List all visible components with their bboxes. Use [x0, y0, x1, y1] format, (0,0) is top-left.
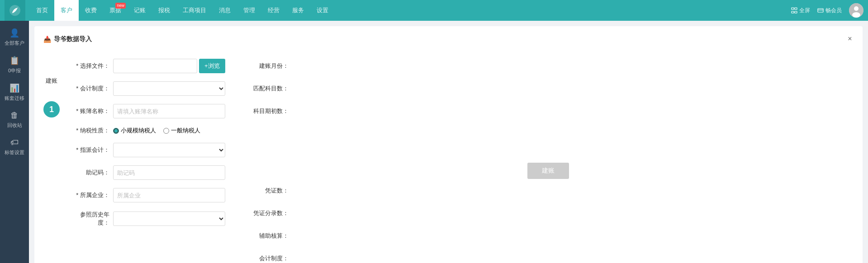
nav-operation[interactable]: 经营	[261, 0, 286, 21]
nav-items: 首页 客户 收费 票据 new 记账 报税 工商项目 消息 管理 经营 服务 设…	[30, 0, 791, 21]
accounting-system-label: * 会计制度：	[69, 85, 109, 93]
auxiliary-row: 辅助核算：	[243, 229, 854, 243]
auxiliary-label: 辅助核算：	[243, 232, 289, 240]
fullscreen-btn[interactable]: 全屏	[791, 7, 810, 14]
history-year-select[interactable]	[113, 211, 225, 226]
sidebar-item-account-migration[interactable]: 📊 账套迁移	[1, 80, 28, 105]
accountant-label: * 指派会计：	[69, 146, 109, 154]
step-section: 建账 1 * 选择文件： +浏览	[43, 59, 225, 263]
svg-rect-3	[792, 11, 794, 13]
nav-right: 全屏 畅会员	[791, 3, 863, 18]
account-migration-icon: 📊	[9, 83, 19, 93]
build-account-button[interactable]: 建账	[527, 163, 569, 179]
accounting-system-select[interactable]	[113, 81, 225, 96]
tag-settings-icon: 🏷	[10, 138, 19, 147]
sidebar-item-recycle-bin[interactable]: 🗑 回收站	[1, 107, 28, 132]
file-input-group: +浏览	[113, 59, 225, 73]
build-month-label: 建账月份：	[243, 62, 289, 70]
voucher-count-label: 凭证数：	[243, 187, 289, 195]
avatar[interactable]	[849, 3, 863, 18]
select-file-row: * 选择文件： +浏览	[69, 59, 225, 73]
voucher-entries-row: 凭证分录数：	[243, 206, 854, 221]
memo-input[interactable]	[113, 165, 225, 180]
nav-bill[interactable]: 票据 new	[103, 0, 128, 21]
svg-rect-4	[795, 11, 797, 13]
recycle-bin-icon: 🗑	[10, 111, 19, 120]
browse-button[interactable]: +浏览	[199, 59, 225, 73]
tax-type-radio-group: 小规模纳税人 一般纳税人	[113, 127, 225, 135]
layout: 👤 全部客户 📋 0申报 📊 账套迁移 🗑 回收站 🏷 标签设置 📥 导爷数据导…	[0, 21, 868, 263]
voucher-count-row: 凭证数：	[243, 183, 854, 198]
tax-small-scale[interactable]: 小规模纳税人	[113, 127, 156, 135]
history-year-row: 参照历史年度：	[69, 211, 225, 227]
nav-manage[interactable]: 管理	[237, 0, 261, 21]
right-panel: 建账月份： 匹配科目数： 科目期初数： 建账 凭证	[243, 59, 854, 263]
step-label: 建账	[46, 77, 57, 85]
company-row: * 所属企业：	[69, 188, 225, 202]
sidebar-item-tag-settings[interactable]: 🏷 标签设置	[1, 134, 28, 160]
voucher-entries-label: 凭证分录数：	[243, 209, 289, 217]
tax-type-label: * 纳税性质：	[69, 127, 109, 135]
build-month-row: 建账月份：	[243, 59, 854, 73]
company-label: * 所属企业：	[69, 191, 109, 199]
memo-label: 助记码：	[69, 169, 109, 177]
form-area: 建账 1 * 选择文件： +浏览	[43, 54, 854, 263]
svg-point-9	[852, 12, 860, 18]
nav-customer[interactable]: 客户	[54, 0, 79, 21]
nav-settings[interactable]: 设置	[310, 0, 335, 21]
ledger-name-input[interactable]	[113, 104, 225, 118]
card-title: 📥 导爷数据导入	[43, 35, 854, 43]
company-input[interactable]	[113, 188, 225, 202]
import-card: 📥 导爷数据导入 × 建账 1 * 选择文件：	[34, 26, 863, 263]
logo[interactable]	[5, 0, 25, 21]
nav-bookkeeping[interactable]: 记账	[128, 0, 152, 21]
nav-business[interactable]: 工商项目	[176, 0, 213, 21]
tax-small-scale-radio[interactable]	[113, 128, 119, 134]
sidebar-item-all-customers[interactable]: 👤 全部客户	[1, 24, 28, 50]
member-btn[interactable]: 畅会员	[817, 7, 842, 14]
accountant-row: * 指派会计：	[69, 143, 225, 157]
form-fields: * 选择文件： +浏览 * 会计制度：	[69, 59, 225, 235]
nav-message[interactable]: 消息	[213, 0, 237, 21]
accountant-select[interactable]	[113, 143, 225, 157]
nav-service[interactable]: 服务	[286, 0, 310, 21]
ledger-name-row: * 账簿名称：	[69, 104, 225, 118]
step-circle: 1	[43, 101, 60, 117]
sidebar-item-zero-declare[interactable]: 📋 0申报	[1, 52, 28, 78]
main-content: 📥 导爷数据导入 × 建账 1 * 选择文件：	[29, 21, 868, 263]
match-subjects-label: 匹配科目数：	[243, 85, 289, 93]
zero-declare-icon: 📋	[9, 56, 19, 66]
ledger-name-label: * 账簿名称：	[69, 107, 109, 115]
select-file-label: * 选择文件：	[69, 62, 109, 70]
top-nav: 首页 客户 收费 票据 new 记账 报税 工商项目 消息 管理 经营 服务 设…	[0, 0, 868, 21]
nav-tax[interactable]: 报税	[152, 0, 176, 21]
svg-rect-2	[795, 8, 797, 9]
svg-rect-5	[818, 9, 823, 12]
svg-rect-1	[792, 8, 794, 9]
accounting-system-row: * 会计制度：	[69, 81, 225, 96]
svg-point-8	[854, 6, 859, 11]
file-input[interactable]	[113, 59, 197, 73]
sidebar: 👤 全部客户 📋 0申报 📊 账套迁移 🗑 回收站 🏷 标签设置	[0, 21, 29, 263]
nav-fee[interactable]: 收费	[79, 0, 103, 21]
nav-home[interactable]: 首页	[30, 0, 54, 21]
match-subjects-row: 匹配科目数：	[243, 81, 854, 96]
tax-type-row: * 纳税性质： 小规模纳税人 一般纳税人	[69, 127, 225, 135]
right-accounting-system-row: 会计制度：	[243, 251, 854, 263]
history-year-label: 参照历史年度：	[69, 211, 109, 227]
import-icon: 📥	[43, 36, 51, 43]
right-accounting-system-label: 会计制度：	[243, 254, 289, 263]
subjects-initial-row: 科目期初数：	[243, 104, 854, 118]
subjects-initial-label: 科目期初数：	[243, 107, 289, 115]
nav-bill-badge: new	[115, 3, 126, 9]
close-button[interactable]: ×	[844, 33, 855, 44]
all-customers-icon: 👤	[9, 28, 19, 38]
tax-general[interactable]: 一般纳税人	[163, 127, 200, 135]
memo-row: 助记码：	[69, 165, 225, 180]
tax-general-radio[interactable]	[163, 128, 169, 134]
